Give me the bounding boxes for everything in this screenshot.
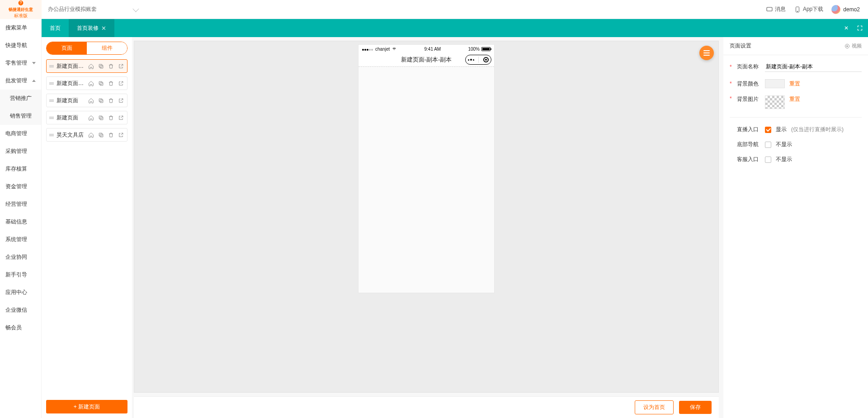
bgcolor-swatch[interactable] — [765, 79, 785, 88]
nav-subitem[interactable]: 销售管理 — [0, 107, 41, 125]
bgimg-reset[interactable]: 重置 — [789, 95, 800, 103]
page-item[interactable]: 新建页面-副本... — [46, 59, 127, 73]
drag-icon[interactable] — [49, 100, 54, 102]
nav-item[interactable]: 应用中心 — [0, 284, 41, 301]
home-icon[interactable] — [87, 131, 94, 138]
nav-label: 应用中心 — [5, 289, 27, 296]
nav-item[interactable]: 基础信息 — [0, 213, 41, 231]
page-list-panel: 页面 组件 新建页面-副本...新建页面-副本新建页面新建页面昊天文具店 + 新… — [42, 37, 132, 418]
close-icon[interactable]: ✕ — [101, 25, 106, 32]
nav-item[interactable]: 零售管理 — [0, 54, 41, 72]
share-icon[interactable] — [117, 62, 124, 70]
share-icon[interactable] — [117, 80, 124, 87]
messages-button[interactable]: 消息 — [766, 5, 786, 13]
kefu-label: 客服入口 — [737, 156, 760, 163]
new-page-button[interactable]: + 新建页面 — [46, 400, 127, 413]
tab-home[interactable]: 首页 — [42, 19, 69, 37]
svg-rect-6 — [99, 81, 102, 85]
nav-label: 新手引导 — [5, 271, 27, 279]
delete-icon[interactable] — [107, 97, 114, 104]
nav-item[interactable]: 资金管理 — [0, 178, 41, 195]
page-item[interactable]: 新建页面-副本 — [46, 76, 127, 90]
download-button[interactable]: App下载 — [794, 5, 823, 13]
video-help-label: 视频 — [852, 43, 862, 49]
phone-body[interactable] — [359, 66, 494, 293]
kefu-checkbox[interactable] — [765, 157, 771, 163]
save-button[interactable]: 保存 — [679, 401, 712, 414]
home-icon[interactable] — [87, 62, 94, 70]
set-home-button[interactable]: 设为首页 — [635, 400, 674, 414]
page-item-name: 昊天文具店 — [57, 131, 85, 139]
phone-titlebar: 新建页面-副本-副本 — [359, 53, 494, 66]
live-show-text: 显示 — [776, 126, 787, 133]
bgimg-swatch[interactable] — [765, 95, 785, 109]
segment-component[interactable]: 组件 — [87, 42, 127, 54]
copy-icon[interactable] — [97, 97, 104, 104]
tab-editor-label: 首页装修 — [77, 24, 99, 32]
nav-item[interactable]: 经营管理 — [0, 195, 41, 213]
nav-item[interactable]: 畅会员 — [0, 319, 41, 337]
target-icon — [483, 57, 489, 62]
drag-icon[interactable] — [49, 65, 54, 67]
nav-subitem[interactable]: 营销推广 — [0, 90, 41, 107]
live-show-checkbox[interactable] — [765, 127, 771, 133]
nav-item[interactable]: 新手引导 — [0, 266, 41, 284]
drag-icon[interactable] — [49, 82, 54, 85]
delete-icon[interactable] — [107, 131, 114, 138]
svg-rect-10 — [99, 116, 102, 119]
page-name-input[interactable] — [765, 62, 862, 72]
copy-icon[interactable] — [97, 62, 104, 70]
page-item[interactable]: 昊天文具店 — [46, 128, 127, 142]
page-item-name: 新建页面-副本 — [57, 80, 85, 87]
svg-rect-9 — [100, 117, 103, 120]
brand-tag: 标准版 — [14, 13, 28, 19]
nav-item[interactable]: 批发管理 — [0, 72, 41, 90]
copy-icon[interactable] — [97, 131, 104, 138]
nav-item[interactable]: 采购管理 — [0, 142, 41, 160]
carrier-label: chanjet — [375, 47, 390, 52]
nav-item[interactable]: 快捷导航 — [0, 37, 41, 54]
canvas-menu-button[interactable] — [699, 46, 714, 60]
miniprogram-capsule[interactable] — [465, 55, 491, 65]
org-selector[interactable]: 办公品行业模拟账套 — [48, 5, 137, 13]
nav-item[interactable]: 电商管理 — [0, 125, 41, 142]
drag-icon[interactable] — [49, 117, 54, 119]
home-icon[interactable] — [87, 114, 94, 121]
page-item[interactable]: 新建页面 — [46, 111, 127, 124]
video-help-link[interactable]: 视频 — [844, 43, 862, 49]
delete-icon[interactable] — [107, 62, 114, 70]
home-icon[interactable] — [87, 80, 94, 87]
segment-page[interactable]: 页面 — [47, 42, 87, 54]
delete-icon[interactable] — [107, 114, 114, 121]
bottom-nav-checkbox[interactable] — [765, 142, 771, 148]
kefu-text: 不显示 — [776, 156, 792, 163]
delete-icon[interactable] — [107, 80, 114, 87]
share-icon[interactable] — [117, 97, 124, 104]
share-icon[interactable] — [117, 131, 124, 138]
nav-item[interactable]: 库存核算 — [0, 160, 41, 178]
segmented-control: 页面 组件 — [46, 42, 127, 55]
brand-logo[interactable]: 畅捷通好生意 标准版 — [0, 0, 42, 19]
nav-item[interactable]: 系统管理 — [0, 231, 41, 248]
page-item[interactable]: 新建页面 — [46, 94, 127, 107]
share-icon[interactable] — [117, 114, 124, 121]
drag-icon[interactable] — [49, 134, 54, 136]
fullscreen-button[interactable] — [854, 22, 866, 34]
bottom-nav-text: 不显示 — [776, 141, 792, 148]
nav-item[interactable]: 企业协同 — [0, 248, 41, 266]
bgcolor-label: 背景颜色 — [737, 80, 760, 88]
nav-label: 资金管理 — [5, 183, 27, 190]
tab-page-editor[interactable]: 首页装修 ✕ — [69, 19, 114, 37]
copy-icon[interactable] — [97, 114, 104, 121]
bgcolor-reset[interactable]: 重置 — [789, 80, 800, 88]
nav-item[interactable]: 搜索菜单 — [0, 19, 41, 37]
live-entry-label: 直播入口 — [737, 126, 760, 133]
copy-icon[interactable] — [97, 80, 104, 87]
brand-icon — [17, 0, 24, 6]
nav-label: 批发管理 — [5, 77, 27, 85]
nav-item[interactable]: 企业微信 — [0, 301, 41, 319]
user-menu[interactable]: demo2 — [831, 5, 860, 14]
home-icon[interactable] — [87, 97, 94, 104]
tab-close-button[interactable]: ✕ — [840, 22, 853, 34]
more-icon — [468, 59, 474, 61]
